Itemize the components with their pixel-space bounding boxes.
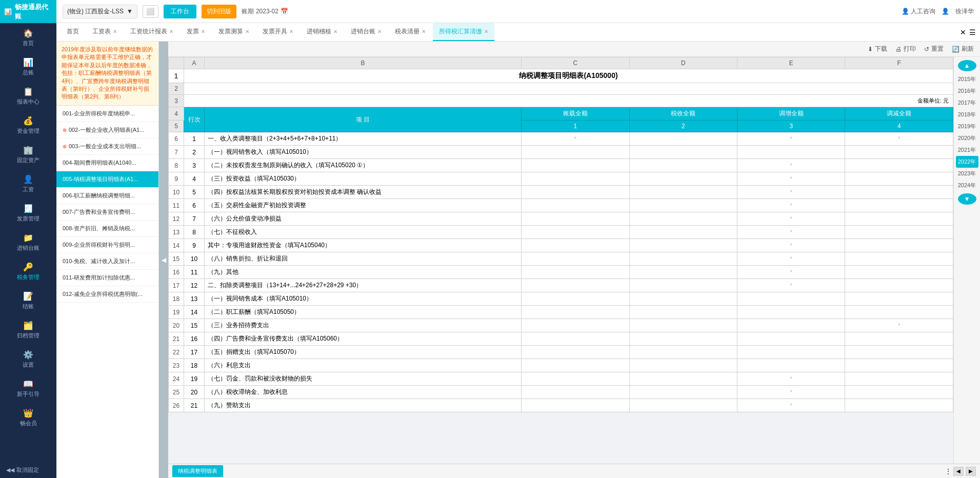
cell-col1-16[interactable] [522,346,629,359]
cell-project-4[interactable]: （四）按权益法核算长期股权投资对初始投资成本调整 确认收益 [205,186,522,199]
cell-col3-0[interactable]: * [737,132,845,146]
left-menu-item-10[interactable]: 011-研发费用加计扣除优惠... [56,270,158,286]
year-btn-2024年[interactable]: 2024年 [956,180,978,191]
sidebar-item-资金管理[interactable]: 💰资金管理 [0,111,56,140]
cell-hang-15[interactable]: 16 [184,332,205,346]
cell-col2-2[interactable] [629,159,737,172]
collapse-panel-button[interactable]: ◀ [159,42,168,478]
left-menu-item-3[interactable]: 004-期间费用明细表(A1040... [56,155,158,171]
cell-project-14[interactable]: （三）业务招待费支出 [205,319,522,332]
cell-col3-13[interactable] [737,306,845,319]
cell-col1-3[interactable] [522,172,629,186]
cell-col2-13[interactable] [629,306,737,319]
cell-col4-14[interactable]: * [845,319,953,332]
cell-col4-18[interactable] [845,372,953,386]
cell-col2-11[interactable] [629,279,737,292]
cell-col4-17[interactable] [845,359,953,372]
cell-col3-1[interactable] [737,146,845,159]
sidebar-item-工资[interactable]: 👤工资 [0,169,56,198]
copy-icon-btn[interactable]: ⬜ [143,5,158,18]
cell-col4-13[interactable] [845,306,953,319]
cell-col3-10[interactable]: * [737,266,845,279]
company-selector[interactable]: (物业) 江西股金-LSS ▼ [63,5,137,18]
cell-col2-18[interactable] [629,372,737,386]
cell-hang-14[interactable]: 15 [184,319,205,332]
cell-project-7[interactable]: （七）不征税收入 [205,226,522,239]
cell-col1-9[interactable] [522,252,629,266]
year-up-button[interactable]: ▲ [958,60,976,71]
bottom-tab-0[interactable]: 纳税调整明细表 [172,465,223,477]
cell-col1-1[interactable] [522,146,629,159]
cell-col2-14[interactable] [629,319,737,332]
sidebar-item-总账[interactable]: 📊总账 [0,52,56,82]
left-menu-item-5[interactable]: 006-职工薪酬纳税调整明细... [56,188,158,204]
year-btn-2016年[interactable]: 2016年 [956,85,978,97]
cell-col2-12[interactable] [629,292,737,306]
sidebar-item-报表中心[interactable]: 📋报表中心 [0,82,56,111]
cell-hang-0[interactable]: 1 [184,132,205,146]
cell-hang-9[interactable]: 10 [184,252,205,266]
tab-close-7[interactable]: ✕ [377,29,382,34]
cell-project-16[interactable]: （五）捐赠支出（填写A105070） [205,346,522,359]
cell-hang-16[interactable]: 17 [184,346,205,359]
cell-project-13[interactable]: （二）职工薪酬（填写A105050） [205,306,522,319]
cell-col3-16[interactable] [737,346,845,359]
tab-close-6[interactable]: ✕ [333,29,337,34]
cell-col4-20[interactable] [845,399,953,412]
cell-project-5[interactable]: （五）交易性金融资产初始投资调整 [205,199,522,212]
cell-project-19[interactable]: （八）税收滞纳金、加收利息 [205,386,522,399]
cell-col2-16[interactable] [629,346,737,359]
cell-col4-12[interactable] [845,292,953,306]
cell-col3-2[interactable]: * [737,159,845,172]
tab-item-7[interactable]: 进销台账✕ [345,23,388,41]
cell-hang-17[interactable]: 18 [184,359,205,372]
cell-project-1[interactable]: （一）视同销售收入（填写A105010） [205,146,522,159]
cell-col3-3[interactable]: * [737,172,845,186]
cell-col1-4[interactable] [522,186,629,199]
cell-project-10[interactable]: （九）其他 [205,266,522,279]
reset-button[interactable]: ↺ 重置 [924,45,944,53]
tab-item-8[interactable]: 税表清册✕ [389,23,432,41]
tab-item-2[interactable]: 工资统计报表✕ [124,23,179,41]
cell-col2-17[interactable] [629,359,737,372]
cell-col3-14[interactable] [737,319,845,332]
cell-col3-11[interactable]: * [737,279,845,292]
cell-col4-1[interactable] [845,146,953,159]
cell-col2-20[interactable] [629,399,737,412]
scroll-left-button[interactable]: ◀ [953,467,964,476]
cell-col1-20[interactable] [522,399,629,412]
cell-col2-8[interactable] [629,239,737,252]
cell-col1-11[interactable] [522,279,629,292]
year-btn-2022年[interactable]: 2022年 [956,156,978,168]
cell-project-20[interactable]: （九）赞助支出 [205,399,522,412]
cell-col4-19[interactable] [845,386,953,399]
cell-col4-15[interactable] [845,332,953,346]
cell-col1-13[interactable] [522,306,629,319]
cell-col3-15[interactable] [737,332,845,346]
cell-project-0[interactable]: 一、收入类调整项目（2+3+4+5+6+7+8+10+11） [205,132,522,146]
year-btn-2018年[interactable]: 2018年 [956,109,978,121]
tab-item-0[interactable]: 首页 [61,23,85,41]
tab-item-4[interactable]: 发票测算✕ [212,23,255,41]
sidebar-item-结账[interactable]: 📝结账 [0,286,56,315]
cell-hang-19[interactable]: 20 [184,386,205,399]
cell-col3-5[interactable]: * [737,199,845,212]
user-service[interactable]: 👤 人工咨询 [902,7,935,16]
spreadsheet-main[interactable]: A B C D E F 1纳税调整项目明细表(A105000)23金额单位: 元… [168,57,953,464]
cell-col2-10[interactable] [629,266,737,279]
cell-hang-1[interactable]: 2 [184,146,205,159]
cell-hang-6[interactable]: 7 [184,212,205,226]
cell-hang-13[interactable]: 14 [184,306,205,319]
cell-col4-7[interactable] [845,226,953,239]
cell-col2-5[interactable] [629,199,737,212]
cell-col1-12[interactable] [522,292,629,306]
sidebar-item-进销台账[interactable]: 📁进销台账 [0,228,56,257]
left-menu-item-4[interactable]: 005-纳税调整项目明细表(A1... [56,171,158,188]
cell-col1-17[interactable] [522,359,629,372]
sidebar-item-税务管理[interactable]: 🔑税务管理 [0,257,56,286]
cell-col4-8[interactable] [845,239,953,252]
cell-col2-15[interactable] [629,332,737,346]
cell-col3-8[interactable]: * [737,239,845,252]
cell-col4-10[interactable] [845,266,953,279]
tab-item-6[interactable]: 进销稽核✕ [301,23,344,41]
